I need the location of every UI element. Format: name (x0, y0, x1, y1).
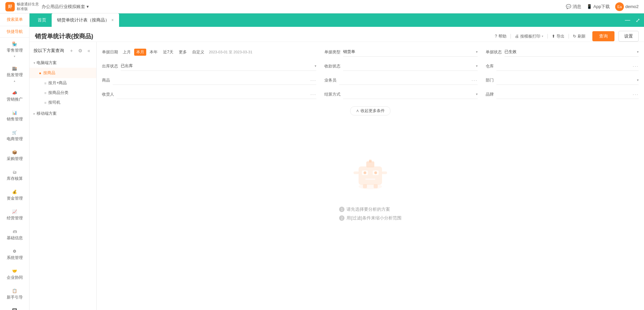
filter-receiver: 收货人 ··· (102, 90, 316, 99)
tab-active[interactable]: 销货单统计计表（按商品） × (52, 13, 119, 27)
scheme-item-by-category[interactable]: ≡ 按商品分类 (30, 88, 96, 98)
product-value[interactable]: ··· (113, 75, 316, 85)
date-tag-7days[interactable]: 近7天 (161, 49, 175, 56)
warehouse-dots-icon: ··· (633, 63, 639, 69)
sidebar-item-guide[interactable]: 📋 新手引导 (0, 285, 29, 304)
svg-rect-11 (363, 184, 367, 188)
scheme-group-mobile-header[interactable]: ▸ 移动端方案 (30, 109, 96, 118)
date-tag-custom[interactable]: 自定义 (190, 49, 206, 56)
operation-icon: 📈 (12, 209, 17, 214)
app-download-btn[interactable]: 📱 App下载 (587, 4, 610, 10)
scheme-item-by-month-product[interactable]: ≡ 按月+商品 (30, 78, 96, 88)
sidebar-item-sales[interactable]: 📊 销售管理 (0, 106, 29, 126)
scheme-item-active-icon: ● (39, 71, 41, 75)
settings-btn[interactable]: 设置 (619, 31, 639, 42)
logo-text: 畅捷通好生意 标准版 (17, 2, 39, 11)
brand-value[interactable]: ··· (496, 90, 639, 99)
tip-2: 2 用[过滤]条件来缩小分析范围 (339, 215, 401, 221)
date-tag-more[interactable]: 更多 (177, 49, 189, 56)
svg-rect-6 (365, 178, 375, 180)
dept-value[interactable]: ▾ (496, 75, 639, 85)
user-profile[interactable]: Ea demo2 (615, 2, 639, 11)
sidebar-search[interactable]: 搜索菜单 (0, 13, 29, 26)
tab-bar-right: — ⤢ (624, 16, 641, 25)
divider2 (547, 34, 548, 39)
filter-doc-type: 单据类型 销货单 ▾ (324, 47, 477, 57)
staff-label: 业务员 (324, 78, 336, 83)
inventory-icon: 🗂 (13, 170, 17, 174)
tab-minimize-btn[interactable]: — (624, 16, 632, 25)
scheme-group-pc-header[interactable]: ▾ 电脑端方案 (30, 58, 96, 68)
filter-panel: 单据日期 上月 本月 本年 近7天 更多 自定义 2023-03-01 至 20… (97, 42, 644, 123)
enterprise-icon: 🤝 (12, 269, 17, 273)
top-bar: 好 畅捷通好生意 标准版 办公用品行业模拟账套 ▾ 💬 消息 📱 App下载 E… (0, 0, 644, 13)
sidebar-item-finance[interactable]: 💰 资金管理 (0, 186, 29, 205)
collapse-btn[interactable]: ∧ 收起更多条件 (350, 106, 390, 115)
tab-maximize-btn[interactable]: ⤢ (634, 16, 641, 25)
svg-rect-12 (374, 184, 378, 188)
doc-status-value[interactable]: 已生效 ▾ (504, 47, 639, 57)
date-quick: 上月 本月 本年 近7天 更多 自定义 2023-03-01 至 2023-03… (121, 49, 316, 56)
filter-row-2: 出库状态 已出库 ▾ 收款状态 (102, 61, 639, 71)
refresh-btn[interactable]: ↻ 刷新 (573, 34, 586, 39)
export-btn[interactable]: ⬆ 导出 (552, 34, 565, 39)
doc-type-value[interactable]: 销货单 ▾ (343, 47, 477, 57)
sidebar-item-operation[interactable]: 📈 经营管理 (0, 205, 29, 225)
tip-num-2: 2 (339, 215, 344, 221)
scheme-collapse-btn[interactable]: « (86, 47, 92, 54)
settlement-value[interactable]: ▾ (343, 90, 477, 99)
svg-point-5 (374, 171, 377, 174)
sidebar-nav[interactable]: 快捷导航 (0, 26, 29, 38)
industry-selector[interactable]: 办公用品行业模拟账套 ▾ (42, 4, 89, 10)
tab-close-icon[interactable]: × (111, 18, 114, 22)
sidebar-item-app-center[interactable]: 🔲 应用中心 (0, 304, 29, 310)
product-label: 商品 (102, 78, 110, 83)
avatar: Ea (615, 2, 624, 11)
sidebar-item-enterprise[interactable]: 🤝 企业协同 (0, 265, 29, 285)
export-icon: ⬆ (552, 34, 555, 39)
sidebar-item-basic[interactable]: 🗃 基础信息 (0, 225, 29, 245)
main-layout: 搜索菜单 快捷导航 🏪 零售管理 ▾ 🏬 批发管理 ▴ 📣 营销推广 📊 销售管… (0, 13, 644, 310)
sidebar-item-system[interactable]: ⚙ 系统管理 (0, 245, 29, 265)
industry-dropdown-icon: ▾ (87, 4, 89, 9)
receiver-value[interactable]: ··· (117, 90, 316, 99)
tab-home[interactable]: 首页 (32, 13, 52, 27)
empty-tips: 1 请先选择要分析的方案 2 用[过滤]条件来缩小分析范围 (339, 206, 401, 224)
date-tag-last-month[interactable]: 上月 (121, 49, 133, 56)
scheme-item-by-product[interactable]: ● 按商品 (30, 68, 96, 78)
scheme-item-by-cashier[interactable]: ≡ 按司机 (30, 98, 96, 107)
payment-status-value[interactable]: ▾ (343, 61, 477, 71)
out-status-value[interactable]: 已出库 ▾ (121, 61, 316, 71)
filter-product: 商品 ··· (102, 75, 316, 85)
date-tag-this-year[interactable]: 本年 (148, 49, 160, 56)
sub-icon-3: ≡ (44, 101, 46, 105)
date-label: 单据日期 (102, 49, 118, 55)
marketing-icon: 📣 (12, 91, 17, 95)
receiver-label: 收货人 (102, 92, 114, 97)
sidebar-item-purchase[interactable]: 📦 采购管理 (0, 146, 29, 166)
warehouse-value[interactable]: ··· (496, 61, 639, 71)
receiver-dots-icon: ··· (310, 92, 316, 97)
sidebar-item-ecommerce[interactable]: 🛒 电商管理 (0, 126, 29, 146)
scheme-add-btn[interactable]: + (68, 47, 75, 54)
tip-1: 1 请先选择要分析的方案 (339, 206, 401, 212)
content-area: 首页 销货单统计计表（按商品） × — ⤢ 销货单统计表(按商品) ? 帮助 (30, 13, 644, 310)
sidebar-item-marketing[interactable]: 📣 营销推广 (0, 87, 29, 106)
query-btn[interactable]: 查询 (592, 31, 614, 41)
filter-staff: 业务员 ··· (324, 75, 477, 85)
staff-value[interactable]: ··· (339, 75, 477, 85)
print-btn[interactable]: 🖨 按模板打印 ▾ (515, 34, 543, 39)
svg-point-4 (364, 171, 366, 174)
filter-dept: 部门 ▾ (486, 75, 639, 85)
page-title: 销货单统计表(按商品) (35, 32, 93, 40)
sidebar-item-wholesale[interactable]: 🏬 批发管理 ▴ (0, 62, 29, 87)
system-icon: ⚙ (13, 249, 16, 254)
message-btn[interactable]: 💬 消息 (566, 4, 581, 10)
help-btn[interactable]: ? 帮助 (495, 34, 506, 39)
retail-icon: 🏪 (12, 42, 17, 46)
sidebar-item-inventory[interactable]: 🗂 库存核算 (0, 166, 29, 186)
scheme-settings-btn[interactable]: ⚙ (77, 47, 84, 54)
filter-settlement: 结算方式 ▾ (324, 90, 477, 99)
date-tag-this-month[interactable]: 本月 (134, 49, 146, 56)
sidebar-item-retail[interactable]: 🏪 零售管理 ▾ (0, 38, 29, 62)
